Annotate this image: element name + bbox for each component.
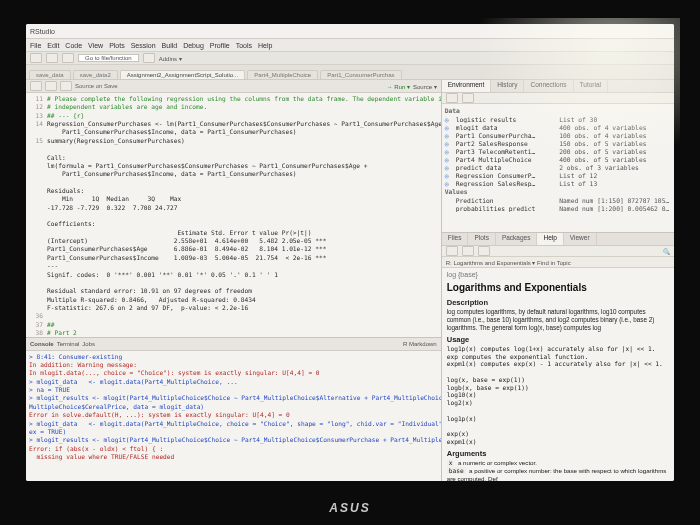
menu-edit[interactable]: Edit bbox=[47, 42, 59, 49]
tab-jobs[interactable]: Jobs bbox=[82, 341, 95, 347]
env-row[interactable]: ◎Regression_SalesResp…List of 13 bbox=[445, 179, 671, 187]
save-source-button[interactable] bbox=[60, 81, 72, 91]
menu-tools[interactable]: Tools bbox=[236, 42, 252, 49]
env-row[interactable]: ◎predict_data2 obs. of 3 variables bbox=[445, 163, 671, 171]
run-button[interactable]: → Run ▾ bbox=[387, 83, 410, 90]
tab-files[interactable]: Files bbox=[442, 233, 469, 245]
help-pane: Files Plots Packages Help Viewer 🔍 bbox=[442, 232, 674, 481]
source-pane: Source on Save → Run ▾ Source ▾ 11# Plea… bbox=[26, 80, 441, 337]
app-title: RStudio bbox=[30, 28, 55, 35]
main-toolbar: Go to file/function Addins ▾ bbox=[26, 52, 674, 65]
environment-pane: Environment History Connections Tutorial… bbox=[442, 80, 674, 232]
tab-plots[interactable]: Plots bbox=[468, 233, 495, 245]
menu-build[interactable]: Build bbox=[162, 42, 178, 49]
help-back-button[interactable] bbox=[446, 246, 458, 256]
tab-connections[interactable]: Connections bbox=[524, 80, 573, 92]
source-tabstrip: save_data save_data2 Assignment2_Assignm… bbox=[26, 65, 674, 80]
environment-list[interactable]: Data ◎logistic_resultsList of 30◎mlogit_… bbox=[442, 104, 674, 232]
env-row[interactable]: ◎Regression_ConsumerP…List of 12 bbox=[445, 171, 671, 179]
env-row[interactable]: ◎logistic_resultsList of 30 bbox=[445, 115, 671, 123]
window-titlebar: RStudio bbox=[26, 24, 674, 39]
help-breadcrumb[interactable]: R: Logarithms and Exponentials ▾ Find in… bbox=[446, 259, 571, 266]
tab-save-data2[interactable]: save_data2 bbox=[73, 70, 118, 79]
help-usage-heading: Usage bbox=[447, 335, 669, 344]
tab-help[interactable]: Help bbox=[537, 233, 563, 245]
menu-help[interactable]: Help bbox=[258, 42, 272, 49]
left-column: Source on Save → Run ▾ Source ▾ 11# Plea… bbox=[26, 80, 442, 481]
back-button[interactable] bbox=[30, 81, 42, 91]
menu-plots[interactable]: Plots bbox=[109, 42, 125, 49]
open-file-button[interactable] bbox=[46, 53, 58, 63]
console-status: R Markdown bbox=[403, 341, 437, 347]
help-toolbar: 🔍 bbox=[442, 246, 674, 257]
vcs-button[interactable] bbox=[143, 53, 155, 63]
help-forward-button[interactable] bbox=[462, 246, 474, 256]
forward-button[interactable] bbox=[45, 81, 57, 91]
help-content[interactable]: log {base} Logarithms and Exponentials D… bbox=[442, 268, 674, 481]
tab-history[interactable]: History bbox=[491, 80, 524, 92]
source-on-save-check[interactable]: Source on Save bbox=[75, 83, 118, 89]
save-button[interactable] bbox=[62, 53, 74, 63]
env-import-button[interactable] bbox=[446, 93, 458, 103]
env-value-row[interactable]: PredictionNamed num [1:150] 872787 10514… bbox=[445, 196, 671, 204]
env-value-row[interactable]: probabilities_predictNamed num [1:200] 0… bbox=[445, 204, 671, 212]
source-pane-toolbar: Source on Save → Run ▾ Source ▾ bbox=[26, 80, 441, 93]
source-button[interactable]: Source ▾ bbox=[413, 83, 437, 90]
menu-session[interactable]: Session bbox=[131, 42, 156, 49]
new-file-button[interactable] bbox=[30, 53, 42, 63]
env-row[interactable]: ◎mlogit_data400 obs. of 4 variables bbox=[445, 123, 671, 131]
help-description-heading: Description bbox=[447, 298, 669, 307]
env-clear-button[interactable] bbox=[462, 93, 474, 103]
tab-environment[interactable]: Environment bbox=[442, 80, 492, 92]
tab-assignment2[interactable]: Assignment2_AssignmentScript_Solutio... bbox=[120, 70, 245, 79]
env-data-header: Data bbox=[445, 106, 671, 115]
laptop-bezel: RStudio File Edit Code View Plots Sessio… bbox=[0, 0, 700, 525]
tab-console[interactable]: Console bbox=[30, 341, 54, 347]
right-column: Environment History Connections Tutorial… bbox=[442, 80, 674, 481]
tab-part4[interactable]: Part4_MultipleChoice bbox=[247, 70, 318, 79]
help-arguments-heading: Arguments bbox=[447, 449, 669, 458]
menu-code[interactable]: Code bbox=[65, 42, 82, 49]
env-toolbar bbox=[442, 93, 674, 104]
tab-packages[interactable]: Packages bbox=[496, 233, 538, 245]
goto-file-input[interactable]: Go to file/function bbox=[78, 54, 139, 62]
help-tabs: Files Plots Packages Help Viewer bbox=[442, 233, 674, 246]
tab-tutorial[interactable]: Tutorial bbox=[574, 80, 608, 92]
console-output[interactable]: > 8:41: Consumer-existingIn addition: Wa… bbox=[26, 351, 441, 481]
help-title: Logarithms and Exponentials bbox=[447, 282, 669, 295]
source-editor[interactable]: 11# Please complete the following regres… bbox=[26, 93, 441, 337]
help-search-icon[interactable]: 🔍 bbox=[663, 248, 670, 255]
screen: RStudio File Edit Code View Plots Sessio… bbox=[26, 24, 674, 481]
menu-debug[interactable]: Debug bbox=[183, 42, 204, 49]
help-topic: log {base} bbox=[447, 271, 669, 280]
console-tabs: Console Terminal Jobs R Markdown bbox=[26, 338, 441, 351]
help-nav: R: Logarithms and Exponentials ▾ Find in… bbox=[442, 257, 674, 268]
menu-profile[interactable]: Profile bbox=[210, 42, 230, 49]
env-values-header: Values bbox=[445, 187, 671, 196]
help-description: log computes logarithms, by default natu… bbox=[447, 308, 669, 332]
menu-view[interactable]: View bbox=[88, 42, 103, 49]
pane-container: Source on Save → Run ▾ Source ▾ 11# Plea… bbox=[26, 80, 674, 481]
addins-menu[interactable]: Addins ▾ bbox=[159, 55, 182, 62]
tab-terminal[interactable]: Terminal bbox=[57, 341, 80, 347]
env-row[interactable]: ◎Part3_TelecomRetenti…200 obs. of 5 vari… bbox=[445, 147, 671, 155]
console-pane: Console Terminal Jobs R Markdown > 8:41:… bbox=[26, 337, 441, 481]
env-row[interactable]: ◎Part4_MultipleChoice400 obs. of 5 varia… bbox=[445, 155, 671, 163]
env-tabs: Environment History Connections Tutorial bbox=[442, 80, 674, 93]
menu-file[interactable]: File bbox=[30, 42, 41, 49]
tab-viewer[interactable]: Viewer bbox=[564, 233, 597, 245]
env-row[interactable]: ◎Part1_ConsumerPurcha…100 obs. of 4 vari… bbox=[445, 131, 671, 139]
laptop-brand: ASUS bbox=[329, 501, 370, 515]
help-home-button[interactable] bbox=[478, 246, 490, 256]
tab-save-data[interactable]: save_data bbox=[29, 70, 71, 79]
menu-bar: File Edit Code View Plots Session Build … bbox=[26, 39, 674, 52]
env-row[interactable]: ◎Part2_SalesResponse150 obs. of 5 variab… bbox=[445, 139, 671, 147]
tab-part1[interactable]: Part1_ConsumerPurchas bbox=[320, 70, 401, 79]
